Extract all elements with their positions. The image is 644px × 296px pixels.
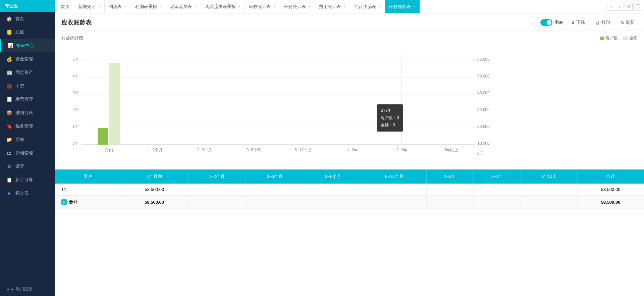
tab-profit[interactable]: 利润表 × bbox=[105, 0, 131, 13]
svg-text:2~3年: 2~3年 bbox=[396, 148, 407, 152]
tab-close-icon[interactable]: × bbox=[160, 5, 162, 8]
tab-close-icon[interactable]: × bbox=[195, 5, 197, 8]
tab-profit-quarterly[interactable]: 利润表季报 × bbox=[131, 0, 166, 13]
svg-text:3个: 3个 bbox=[72, 91, 79, 95]
sidebar-item-home[interactable]: 🏠 首页 bbox=[0, 12, 55, 26]
tab-close-icon[interactable]: × bbox=[379, 5, 381, 8]
tab-label: 利润表季报 bbox=[135, 4, 157, 10]
svg-text:2个: 2个 bbox=[72, 107, 79, 112]
col-y3plus: 3年以上 bbox=[521, 169, 578, 184]
table-wrap: 客户 1个月内 1~2个月 2~3个月 3~6个月 6~12个月 1~2年 2~… bbox=[55, 169, 644, 296]
settings-icon: ⚙ bbox=[6, 163, 12, 169]
tab-home[interactable]: 首页 bbox=[56, 0, 74, 13]
sidebar-item-label: 设置 bbox=[15, 163, 24, 169]
tab-close-icon[interactable]: × bbox=[124, 5, 126, 8]
cell-m23 bbox=[246, 184, 304, 196]
cell-y12 bbox=[426, 184, 474, 196]
total-icon: ∑ bbox=[61, 199, 67, 205]
content-area: 应收账龄表 图表 ⬇ 下载 🖨 打印 ↻ 刷新 bbox=[55, 13, 644, 296]
tab-close-icon[interactable]: × bbox=[414, 5, 416, 8]
col-m12: 1~2个月 bbox=[187, 169, 246, 184]
closing-icon: 📁 bbox=[6, 137, 12, 143]
tab-ap-stats[interactable]: 应付统计表 × bbox=[280, 0, 315, 13]
sidebar-item-ledger[interactable]: 📒 总账 bbox=[0, 26, 55, 39]
legend-amount-label: 金额 bbox=[629, 35, 637, 41]
refresh-button[interactable]: ↻ 刷新 bbox=[618, 18, 637, 27]
app-logo: 专业版 bbox=[0, 0, 55, 12]
tab-label: 应付统计表 bbox=[284, 4, 306, 10]
tab-ar-aging[interactable]: 应收账龄表 × bbox=[385, 0, 420, 13]
sidebar-item-assets[interactable]: 🏢 固定资产 bbox=[0, 66, 55, 79]
tab-close-icon[interactable]: × bbox=[309, 5, 311, 8]
unpin-icon: ◄◄ bbox=[6, 287, 14, 292]
sidebar-item-label: 首页 bbox=[15, 16, 24, 22]
cell-m36 bbox=[304, 184, 362, 196]
tab-next-button[interactable]: › bbox=[616, 3, 624, 11]
sidebar-item-tax[interactable]: 🔖 税务管理 bbox=[0, 119, 55, 133]
tab-close-icon[interactable]: × bbox=[343, 5, 345, 8]
sidebar-item-closing[interactable]: 📁 结账 bbox=[0, 133, 55, 146]
tab-ar-stats[interactable]: 应收统计表 × bbox=[245, 0, 280, 13]
sidebar-item-label: 发票管理 bbox=[15, 96, 33, 102]
sidebar-item-salary[interactable]: 💼 工资 bbox=[0, 79, 55, 93]
salary-icon: 💼 bbox=[6, 83, 12, 89]
download-button[interactable]: ⬇ 下载 bbox=[569, 18, 588, 27]
cell-total-y12 bbox=[426, 196, 474, 209]
assets-icon: 🏢 bbox=[6, 69, 12, 76]
tab-cashflow[interactable]: 现金流量表 × bbox=[166, 0, 201, 13]
download-label: 下载 bbox=[576, 19, 585, 26]
refresh-label: 刷新 bbox=[626, 19, 635, 26]
reports-icon: 📊 bbox=[7, 43, 13, 49]
bar-customer-1 bbox=[98, 128, 108, 145]
tab-new-voucher[interactable]: 新增凭证 × bbox=[74, 0, 105, 13]
svg-text:0个: 0个 bbox=[72, 141, 79, 146]
tab-close-all-button[interactable]: ✕ bbox=[625, 3, 633, 11]
tab-label: 经营状况表 bbox=[354, 4, 376, 10]
sidebar-item-stock[interactable]: 📦 进销台账 bbox=[0, 106, 55, 119]
sidebar-item-funds[interactable]: 💰 资金管理 bbox=[0, 52, 55, 66]
tab-navigation: ‹ › ✕ ⛶ bbox=[607, 3, 643, 11]
chart-toggle-wrap: 图表 bbox=[540, 19, 563, 26]
sidebar-unpin-button[interactable]: ◄◄ 取消固定 bbox=[0, 282, 55, 296]
table-row: 11 58,500.00 58,500.00 bbox=[55, 184, 644, 196]
cell-y23 bbox=[474, 184, 521, 196]
print-button[interactable]: 🖨 打印 bbox=[593, 18, 613, 27]
col-y23: 2~3年 bbox=[474, 169, 521, 184]
cell-total-label: ∑ 合计 bbox=[55, 196, 121, 208]
tab-operations[interactable]: 经营状况表 × bbox=[350, 0, 385, 13]
svg-text:4个: 4个 bbox=[72, 74, 79, 79]
tab-label: 利润表 bbox=[109, 4, 122, 10]
tab-close-icon[interactable]: × bbox=[273, 5, 275, 8]
tab-close-icon[interactable]: × bbox=[98, 5, 100, 8]
tab-prev-button[interactable]: ‹ bbox=[607, 3, 615, 11]
chart-area: 账龄统计图 客户数 金额 5个 4个 3个 2个 1个 bbox=[55, 31, 644, 169]
col-customer: 客户 bbox=[55, 169, 121, 184]
col-m23: 2~3个月 bbox=[246, 169, 304, 184]
tab-fullscreen-button[interactable]: ⛶ bbox=[633, 3, 641, 11]
tab-label: 费用统计表 bbox=[319, 4, 341, 10]
col-m36: 3~6个月 bbox=[304, 169, 362, 184]
cell-m12 bbox=[187, 184, 246, 196]
funds-icon: 💰 bbox=[6, 56, 12, 62]
sidebar-item-guide[interactable]: 📋 新手引导 bbox=[0, 173, 55, 187]
sidebar-item-vip[interactable]: V 畅会员 bbox=[0, 187, 55, 200]
sidebar-item-settings[interactable]: ⚙ 设置 bbox=[0, 160, 55, 173]
tab-expense-stats[interactable]: 费用统计表 × bbox=[315, 0, 350, 13]
chart-toggle[interactable] bbox=[540, 19, 552, 26]
sidebar-item-invoice[interactable]: 🧾 发票管理 bbox=[0, 93, 55, 106]
sidebar-item-archive[interactable]: 🗂 归档管理 bbox=[0, 146, 55, 160]
ledger-icon: 📒 bbox=[6, 29, 12, 35]
sidebar-item-reports[interactable]: 📊 报表中心 bbox=[0, 39, 55, 52]
chart-title: 账龄统计图 bbox=[61, 35, 637, 41]
svg-text:30,000.00元: 30,000.00元 bbox=[477, 107, 491, 112]
sidebar-item-label: 新手引导 bbox=[15, 177, 33, 183]
sidebar-item-label: 进销台账 bbox=[15, 110, 33, 116]
home-icon: 🏠 bbox=[6, 16, 12, 22]
svg-text:60,000.00元: 60,000.00元 bbox=[477, 57, 491, 62]
svg-text:1~2个月: 1~2个月 bbox=[148, 148, 163, 152]
print-label: 打印 bbox=[601, 19, 610, 26]
table-header-row: 客户 1个月内 1~2个月 2~3个月 3~6个月 6~12个月 1~2年 2~… bbox=[55, 169, 644, 184]
tab-close-icon[interactable]: × bbox=[238, 5, 240, 8]
tab-cashflow-quarterly[interactable]: 现金流量表季报 × bbox=[201, 0, 245, 13]
chart-svg: 5个 4个 3个 2个 1个 0个 60,000.00元 50,000.00元 … bbox=[61, 44, 491, 165]
